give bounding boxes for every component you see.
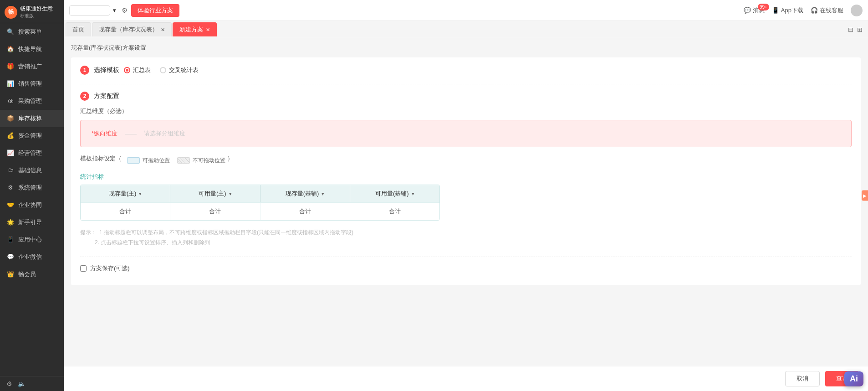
- divider-2: [80, 257, 852, 257]
- ai-badge[interactable]: Ai: [844, 371, 863, 386]
- col-header-2[interactable]: 现存量(基辅) ▾: [260, 185, 350, 202]
- summary-dimension-title: 汇总维度（必选）: [80, 107, 852, 115]
- indicator-settings: 模板指标设定（ 可拖动位置 不可拖动位置 ）: [80, 154, 852, 166]
- dimension-box: *纵向维度 —— 请选择分组维度: [80, 120, 852, 147]
- sidebar-item-operations[interactable]: 📈 经营管理: [0, 144, 64, 162]
- radio-cross-label: 交叉统计表: [169, 66, 199, 74]
- col-sub-3: 合计: [350, 203, 439, 220]
- volume-icon[interactable]: 🔈: [18, 380, 26, 387]
- sidebar: 畅 畅康通好生意 标准版 🔍 搜索菜单 🏠 快捷导航 🎁 营销推广 📊 销售管理…: [0, 0, 64, 391]
- config-panel: 1 选择模板 汇总表 交叉统计表: [71, 57, 861, 285]
- user-input[interactable]: [69, 5, 110, 15]
- step1-section: 1 选择模板 汇总表 交叉统计表: [80, 66, 852, 75]
- tab-inventory-label: 现存量（库存状况表）: [99, 26, 158, 34]
- nav-label: 销售管理: [18, 80, 42, 88]
- indicator-settings-label: 模板指标设定（: [80, 154, 122, 163]
- content-area: 现存量(库存状况表)方案设置 1 选择模板 汇总表 交叉统计表: [64, 38, 868, 366]
- col-header-label-2: 现存量(基辅): [286, 190, 319, 198]
- sidebar-item-collaboration[interactable]: 🤝 企业协同: [0, 196, 64, 214]
- sidebar-item-system[interactable]: ⚙ 系统管理: [0, 179, 64, 196]
- right-float-panel[interactable]: ▶: [862, 190, 868, 201]
- dropdown-arrow-icon[interactable]: ▾: [113, 7, 116, 14]
- message-badge: 99+: [758, 4, 769, 10]
- tab-home[interactable]: 首页: [66, 22, 91, 36]
- tab-new-close-icon[interactable]: ✕: [206, 27, 210, 33]
- app-download-btn[interactable]: 📱 App下载: [772, 6, 803, 15]
- dimension-row: *纵向维度 —— 请选择分组维度: [92, 129, 840, 138]
- tabs-bar: 首页 现存量（库存状况表） ✕ 新建方案 ✕ ⊟ ⊞: [64, 21, 868, 38]
- tab-new-plan[interactable]: 新建方案 ✕: [173, 22, 217, 36]
- col-sub-1: 合计: [170, 203, 260, 220]
- col-header-1[interactable]: 可用量(主) ▾: [170, 185, 260, 202]
- app-name: 畅康通好生意: [20, 5, 53, 13]
- tab-inventory-close-icon[interactable]: ✕: [161, 27, 165, 33]
- sidebar-item-finance[interactable]: 💰 资金管理: [0, 127, 64, 144]
- sidebar-item-sales[interactable]: 📊 销售管理: [0, 75, 64, 93]
- nav-label: 资金管理: [18, 132, 42, 140]
- radio-cross-table[interactable]: 交叉统计表: [160, 66, 199, 74]
- bag-icon: 🛍: [6, 97, 15, 105]
- nav-label: 系统管理: [18, 184, 42, 192]
- topbar-gear-icon[interactable]: ⚙: [122, 6, 128, 15]
- handshake-icon: 🤝: [6, 201, 15, 209]
- mobile-icon: 📱: [6, 236, 15, 244]
- tips-section: 提示： 1.拖动标题栏可以调整布局，不可跨维度或指标区域拖动栏目字段(只能在同一…: [80, 228, 852, 247]
- sidebar-item-marketing[interactable]: 🎁 营销推广: [0, 58, 64, 75]
- nav-label: 采购管理: [18, 97, 42, 105]
- divider-1: [80, 84, 852, 84]
- step2-label: 方案配置: [94, 92, 119, 100]
- money-icon: 💰: [6, 132, 15, 140]
- sidebar-item-purchase[interactable]: 🛍 采购管理: [0, 93, 64, 110]
- dimension-placeholder[interactable]: 请选择分组维度: [144, 129, 185, 138]
- col-header-0[interactable]: 现存量(主) ▾: [81, 185, 170, 202]
- sidebar-item-app-center[interactable]: 📱 应用中心: [0, 231, 64, 248]
- chevron-down-icon-3: ▾: [412, 191, 414, 197]
- nav-label: 经营管理: [18, 149, 42, 157]
- sidebar-item-basic-info[interactable]: 🗂 基础信息: [0, 162, 64, 179]
- save-checkbox[interactable]: [80, 265, 87, 272]
- tip-text-0: 1.拖动标题栏可以调整布局，不可跨维度或指标区域拖动栏目字段(只能在同一维度或指…: [99, 228, 353, 238]
- sidebar-item-wechat[interactable]: 💬 企业微信: [0, 248, 64, 266]
- expand-icon[interactable]: ⊞: [857, 26, 863, 33]
- industry-btn[interactable]: 体验行业方案: [131, 4, 179, 17]
- radio-summary-table[interactable]: 汇总表: [124, 66, 151, 74]
- tab-inventory[interactable]: 现存量（库存状况表） ✕: [92, 22, 172, 36]
- legend-draggable-item: 可拖动位置: [127, 157, 170, 165]
- nav-label: 企业协同: [18, 201, 42, 209]
- template-options: 汇总表 交叉统计表: [124, 66, 199, 74]
- main-area: ▾ ⚙ 体验行业方案 💬 消息 99+ 📱 App下载 🎧 在线客服 首页: [64, 0, 868, 391]
- online-support-btn[interactable]: 🎧 在线客服: [811, 6, 843, 15]
- step2-num: 2: [80, 92, 89, 101]
- col-header-label-1: 可用量(主): [199, 190, 226, 198]
- search-label: 搜索菜单: [18, 28, 42, 36]
- sidebar-item-guide[interactable]: 🌟 新手引导: [0, 214, 64, 231]
- cancel-button[interactable]: 取消: [785, 371, 820, 386]
- online-support-label: 在线客服: [820, 6, 843, 15]
- sidebar-item-member[interactable]: 👑 畅会员: [0, 266, 64, 283]
- radio-summary-label: 汇总表: [133, 66, 151, 74]
- tip-text-1: 2. 点击标题栏下拉可设置排序、插入列和删除列: [95, 238, 210, 248]
- home-icon: 🏠: [6, 45, 15, 53]
- step1-num: 1: [80, 66, 89, 75]
- col-header-3[interactable]: 可用量(基辅) ▾: [350, 185, 439, 202]
- nav-label: 应用中心: [18, 236, 42, 244]
- dimension-required: *纵向维度: [92, 129, 117, 138]
- tip-row-1: 2. 点击标题栏下拉可设置排序、插入列和删除列: [95, 238, 852, 248]
- settings-bottom-icon[interactable]: ⚙: [6, 380, 12, 387]
- tab-home-label: 首页: [72, 26, 84, 34]
- message-btn[interactable]: 💬 消息 99+: [744, 6, 765, 15]
- message-icon: 💬: [744, 7, 751, 14]
- user-avatar[interactable]: [851, 5, 863, 16]
- nav-label: 新手引导: [18, 218, 42, 226]
- minimize-icon[interactable]: ⊟: [848, 26, 853, 33]
- stats-header-row: 现存量(主) ▾ 可用量(主) ▾ 现存量(基辅) ▾ 可用量(基辅): [81, 185, 439, 202]
- sidebar-item-quick-nav[interactable]: 🏠 快捷导航: [0, 41, 64, 58]
- sidebar-item-search[interactable]: 🔍 搜索菜单: [0, 23, 64, 41]
- legend-fixed-item: 不可拖动位置: [177, 157, 225, 165]
- action-bar: 取消 查询: [64, 366, 868, 391]
- chevron-down-icon-2: ▾: [322, 191, 324, 197]
- chat-icon: 💬: [6, 253, 15, 261]
- gear-icon: ⚙: [6, 184, 15, 192]
- tip-prefix-0: 提示：: [80, 228, 97, 238]
- sidebar-item-inventory[interactable]: 📦 库存核算: [0, 110, 64, 127]
